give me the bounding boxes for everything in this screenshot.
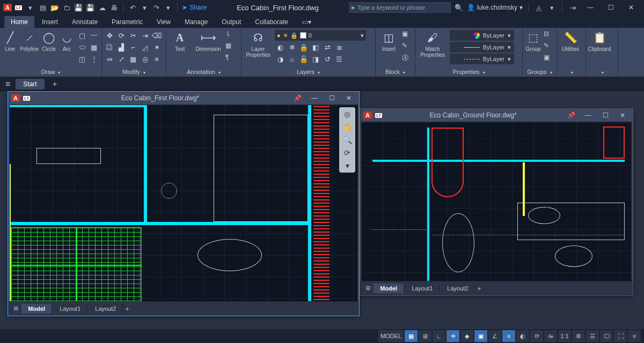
- ortho-toggle-icon[interactable]: ∟: [433, 330, 445, 342]
- polar-toggle-icon[interactable]: ✛: [447, 330, 459, 342]
- minimize-button[interactable]: —: [581, 0, 600, 15]
- line-button[interactable]: ╱Line: [2, 30, 18, 52]
- qat-dropdown-icon[interactable]: ▾: [25, 3, 35, 12]
- tab-start[interactable]: Start: [16, 79, 44, 90]
- gear-icon[interactable]: ⚙: [572, 330, 585, 342]
- redo-icon[interactable]: ↷: [151, 3, 161, 12]
- menu-icon[interactable]: ≡: [11, 304, 20, 314]
- saveas-icon[interactable]: 💾: [85, 3, 95, 12]
- undo-icon[interactable]: ↶: [128, 3, 137, 12]
- extend-icon[interactable]: ⇥: [140, 30, 150, 41]
- tab-manage[interactable]: Manage: [178, 16, 214, 28]
- move-icon[interactable]: ✥: [104, 30, 115, 41]
- explode-icon[interactable]: ✶: [151, 42, 162, 53]
- tab-home[interactable]: Home: [4, 16, 34, 28]
- insert-block-button[interactable]: ◫Insert: [378, 30, 400, 52]
- hatch-icon[interactable]: ▦: [89, 42, 99, 53]
- close-button[interactable]: ✕: [616, 110, 630, 121]
- minimize-button[interactable]: —: [308, 93, 321, 103]
- nav-drop-icon[interactable]: ▾: [340, 160, 354, 172]
- doc1-titlebar[interactable]: A LT Eco Cabin_First Floor.dwg* 📌 — ☐ ✕: [8, 92, 359, 105]
- cycling-icon[interactable]: ⟳: [530, 330, 543, 342]
- clipboard-button[interactable]: 📋Clipboard: [588, 30, 611, 52]
- tab-view[interactable]: View: [150, 16, 177, 28]
- stretch-icon[interactable]: ⇔: [104, 54, 115, 64]
- chamfer-icon[interactable]: ◿: [140, 42, 150, 53]
- workspace-icon[interactable]: ☰: [586, 330, 599, 342]
- layer-lock-icon[interactable]: 🔒: [298, 42, 309, 53]
- trim-icon[interactable]: ✂: [128, 30, 138, 41]
- offset-icon[interactable]: ◎: [140, 54, 150, 64]
- erase-icon[interactable]: ⌫: [151, 30, 162, 41]
- menu-icon[interactable]: ≡: [3, 79, 12, 89]
- tab-layout2[interactable]: Layout2: [89, 304, 123, 314]
- close-button[interactable]: ✕: [342, 93, 356, 103]
- layer-uniso-icon[interactable]: ◨: [310, 54, 321, 64]
- plot-icon[interactable]: 🖶: [109, 3, 119, 12]
- doc1-canvas[interactable]: ◎ ✋ 🔍 ⟳ ▾: [9, 105, 358, 302]
- layer-properties-button[interactable]: ☊Layer Properties: [244, 30, 273, 58]
- customize-icon[interactable]: ≡: [628, 330, 641, 342]
- layer-iso-icon[interactable]: ◧: [310, 42, 321, 53]
- group-select-icon[interactable]: ▣: [544, 54, 554, 64]
- array-icon[interactable]: ▦: [128, 54, 138, 64]
- tab-featured-apps[interactable]: ▭▾: [296, 16, 318, 28]
- maximize-button[interactable]: ☐: [601, 0, 620, 15]
- tab-model[interactable]: Model: [374, 284, 404, 293]
- text-button[interactable]: AText: [169, 30, 191, 52]
- add-layout-button[interactable]: ＋: [124, 304, 130, 314]
- zoom-icon[interactable]: 🔍: [340, 134, 354, 146]
- mirror-icon[interactable]: ▟: [116, 42, 127, 53]
- isodraft-icon[interactable]: ◆: [460, 330, 473, 342]
- group-edit-icon[interactable]: ✎: [544, 42, 554, 53]
- tab-parametric[interactable]: Parametric: [105, 16, 149, 28]
- tab-layout2[interactable]: Layout2: [441, 284, 475, 293]
- steering-wheel-icon[interactable]: ◎: [340, 108, 354, 120]
- doc-window-ground-floor[interactable]: A LT Eco Cabin_Ground Floor.dwg* 📌 — ☐ ✕: [360, 108, 633, 296]
- model-toggle[interactable]: MODEL: [378, 330, 404, 342]
- close-button[interactable]: ✕: [621, 0, 641, 15]
- point-icon[interactable]: ⋮: [89, 54, 99, 64]
- osnap-toggle-icon[interactable]: ▣: [474, 330, 487, 342]
- tab-collaborate[interactable]: Collaborate: [248, 16, 294, 28]
- copy-icon[interactable]: ⿻: [104, 42, 115, 53]
- utilities-button[interactable]: 📏Utilities: [559, 30, 582, 52]
- open-folder-icon[interactable]: 🗀: [62, 3, 71, 12]
- tab-layout1[interactable]: Layout1: [405, 284, 440, 293]
- layer-unlock-icon[interactable]: 🔓: [298, 54, 309, 64]
- chevron-down-icon[interactable]: ▾: [547, 3, 557, 12]
- pin-icon[interactable]: 📌: [564, 110, 578, 121]
- mtext-icon[interactable]: ¶: [225, 54, 236, 64]
- add-tab-button[interactable]: ＋: [48, 79, 62, 89]
- fillet-icon[interactable]: ⌐: [128, 42, 138, 53]
- spline-icon[interactable]: 〰: [89, 30, 99, 41]
- pin-icon[interactable]: 📌: [290, 93, 304, 103]
- table-icon[interactable]: ▦: [225, 42, 236, 53]
- redo-drop-icon[interactable]: ▾: [163, 3, 173, 12]
- circle-button[interactable]: ◯Circle: [41, 30, 56, 52]
- tab-output[interactable]: Output: [215, 16, 247, 28]
- user-menu[interactable]: 👤 luke.cholmsky ▾: [467, 4, 523, 11]
- tab-layout1[interactable]: Layout1: [53, 304, 87, 314]
- layer-on-icon[interactable]: ◑: [275, 54, 286, 64]
- linetype-combo[interactable]: ByLayer▾: [450, 54, 514, 64]
- layer-current-combo[interactable]: ● ☀ 🔒 0 ▾: [275, 30, 366, 41]
- tab-model[interactable]: Model: [21, 304, 52, 314]
- autodesk-app-icon[interactable]: ◬: [534, 3, 544, 12]
- layer-walk-icon[interactable]: ☰: [334, 54, 345, 64]
- layer-prev-icon[interactable]: ↺: [322, 54, 333, 64]
- open-icon[interactable]: 📂: [50, 3, 60, 12]
- maximize-button[interactable]: ☐: [325, 93, 339, 103]
- clean-screen-icon[interactable]: ⛶: [614, 330, 627, 342]
- tab-insert[interactable]: Insert: [35, 16, 64, 28]
- square-icon[interactable]: ▢: [77, 30, 87, 41]
- doc2-canvas[interactable]: [361, 122, 632, 281]
- layer-state-icon[interactable]: ≣: [334, 42, 345, 53]
- edit-block-icon[interactable]: ✎: [402, 42, 413, 53]
- pan-icon[interactable]: ✋: [340, 121, 354, 133]
- otrack-icon[interactable]: ∠: [488, 330, 501, 342]
- ungroup-icon[interactable]: ⊟: [544, 30, 554, 41]
- web-mobile-icon[interactable]: ☁: [97, 3, 107, 12]
- menu-icon[interactable]: ≡: [363, 284, 372, 293]
- layer-match-icon[interactable]: ⇄: [322, 42, 333, 53]
